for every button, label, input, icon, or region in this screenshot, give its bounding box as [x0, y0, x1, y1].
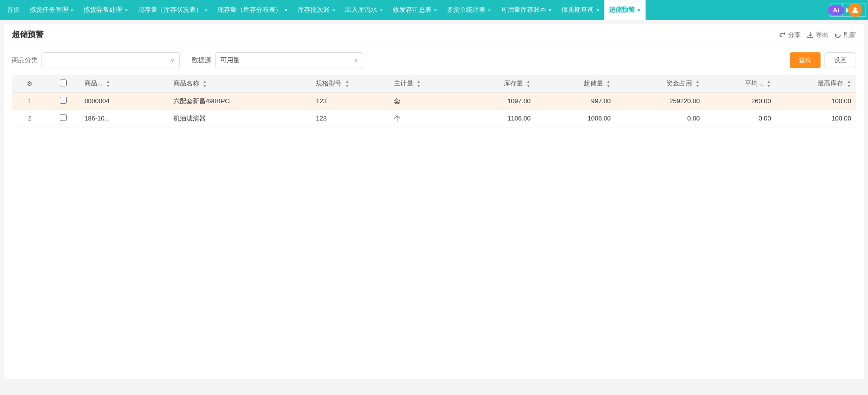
nav-label-9: 可用量库存账本 — [501, 5, 546, 14]
nav-item-3[interactable]: 现存量（库存状况表） × — [133, 0, 213, 20]
nav-close-7[interactable]: × — [434, 7, 437, 13]
nav-item-1[interactable]: 拣货任务管理 × — [25, 0, 79, 20]
refresh-label: 刷新 — [843, 31, 856, 40]
category-chevron-icon: ∨ — [171, 57, 174, 64]
refresh-button[interactable]: 刷新 — [834, 31, 856, 40]
category-label: 商品分类 — [12, 56, 38, 65]
nav-item-10[interactable]: 保质期查询 × — [557, 0, 604, 20]
export-button[interactable]: 导出 — [807, 31, 828, 40]
row-max-stock: 100.00 — [776, 110, 856, 127]
col-header-avg[interactable]: 平均... ▲▼ — [705, 75, 776, 92]
datasource-label: 数据源 — [192, 56, 211, 65]
nav-close-4[interactable]: × — [284, 7, 287, 13]
table-container: ⚙ 商品... ▲▼ 商品名称 ▲▼ 规格型号 ▲▼ — [4, 75, 864, 135]
nav-item-home-label: 首页 — [7, 5, 20, 14]
datasource-chevron-icon: ∨ — [354, 57, 358, 64]
nav-close-6[interactable]: × — [380, 7, 383, 13]
datasource-select-value: 可用量 — [220, 56, 240, 65]
query-button[interactable]: 查询 — [790, 52, 821, 68]
table-row: 1 0000004 六配套新昌490BPG 123 套 1097.00 997.… — [12, 92, 856, 110]
row-capital: 0.00 — [616, 110, 705, 127]
row-index: 2 — [12, 110, 47, 127]
nav-item-8[interactable]: 要货单统计表 × — [442, 0, 496, 20]
table-header-row: ⚙ 商品... ▲▼ 商品名称 ▲▼ 规格型号 ▲▼ — [12, 75, 856, 92]
nav-item-2[interactable]: 拣货异常处理 × — [79, 0, 132, 20]
page-container: 超储预警 分享 导出 刷新 商品分类 ∨ 数据源 — [4, 24, 864, 379]
datasource-filter-item: 数据源 可用量 ∨ — [192, 52, 363, 68]
nav-close-10[interactable]: × — [596, 7, 599, 13]
nav-item-6[interactable]: 出入库流水 × — [340, 0, 388, 20]
datasource-select[interactable]: 可用量 ∨ — [215, 52, 363, 68]
col-header-spec[interactable]: 规格型号 ▲▼ — [311, 75, 389, 92]
nav-item-11[interactable]: 超储预警 × — [604, 0, 645, 20]
col-header-check — [47, 75, 80, 92]
nav-close-8[interactable]: × — [488, 7, 491, 13]
nav-label-3: 现存量（库存状况表） — [138, 5, 202, 14]
sort-arrows-avg: ▲▼ — [767, 79, 771, 88]
nav-close-11[interactable]: × — [637, 7, 640, 13]
row-checkbox-cell — [47, 92, 80, 110]
nav-close-2[interactable]: × — [125, 7, 128, 13]
top-right-area: Ai — [822, 0, 868, 20]
nav-label-8: 要货单统计表 — [447, 5, 485, 14]
nav-item-9[interactable]: 可用量库存账本 × — [496, 0, 557, 20]
nav-label-10: 保质期查询 — [562, 5, 594, 14]
nav-label-2: 拣货异常处理 — [84, 5, 122, 14]
nav-close-1[interactable]: × — [71, 7, 74, 13]
col-header-capital[interactable]: 资金占用 ▲▼ — [616, 75, 705, 92]
sort-arrows-stock: ▲▼ — [526, 79, 530, 88]
row-unit: 套 — [389, 92, 455, 110]
row-avg: 0.00 — [705, 110, 776, 127]
nav-item-4[interactable]: 现存量（库存分布表） × — [213, 0, 292, 20]
header-actions: 分享 导出 刷新 — [779, 31, 856, 40]
nav-label-7: 收发存汇总表 — [393, 5, 432, 14]
row-avg: 260.00 — [705, 92, 776, 110]
row-over: 997.00 — [535, 92, 615, 110]
row-spec: 123 — [311, 110, 389, 127]
share-icon — [779, 32, 786, 39]
row-checkbox-cell — [47, 110, 80, 127]
share-button[interactable]: 分享 — [779, 31, 801, 40]
sort-arrows-code: ▲▼ — [106, 79, 110, 88]
col-header-code[interactable]: 商品... ▲▼ — [80, 75, 169, 92]
category-filter-item: 商品分类 ∨ — [12, 52, 180, 68]
nav-label-1: 拣货任务管理 — [30, 5, 68, 14]
nav-bar: 首页 拣货任务管理 × 拣货异常处理 × 现存量（库存状况表） × 现存量（库存… — [0, 0, 868, 20]
col-header-name[interactable]: 商品名称 ▲▼ — [169, 75, 311, 92]
row-code: 0000004 — [80, 92, 169, 110]
nav-label-6: 出入库流水 — [345, 5, 377, 14]
row-checkbox[interactable] — [60, 114, 67, 121]
row-spec: 123 — [311, 92, 389, 110]
category-select[interactable]: ∨ — [42, 52, 180, 68]
nav-item-5[interactable]: 库存批次账 × — [293, 0, 340, 20]
col-header-settings[interactable]: ⚙ — [12, 75, 47, 92]
nav-item-7[interactable]: 收发存汇总表 × — [388, 0, 442, 20]
sort-arrows-capital: ▲▼ — [695, 79, 700, 88]
share-label: 分享 — [788, 31, 801, 40]
row-name: 六配套新昌490BPG — [169, 92, 311, 110]
filter-area: 商品分类 ∨ 数据源 可用量 ∨ 查询 设置 — [4, 45, 864, 75]
col-header-over[interactable]: 超储量 ▲▼ — [535, 75, 615, 92]
nav-close-3[interactable]: × — [205, 7, 208, 13]
col-header-max-stock[interactable]: 最高库存 ▲▼ — [776, 75, 856, 92]
page-header: 超储预警 分享 导出 刷新 — [4, 24, 864, 45]
col-header-unit[interactable]: 主计量 ▲▼ — [389, 75, 455, 92]
nav-item-home[interactable]: 首页 — [2, 0, 25, 20]
row-stock: 1106.00 — [455, 110, 535, 127]
refresh-icon — [834, 32, 841, 39]
row-checkbox[interactable] — [60, 97, 67, 104]
row-stock: 1097.00 — [455, 92, 535, 110]
nav-close-9[interactable]: × — [549, 7, 552, 13]
sort-arrows-unit: ▲▼ — [417, 79, 421, 88]
col-header-stock[interactable]: 库存量 ▲▼ — [455, 75, 535, 92]
nav-label-11: 超储预警 — [609, 5, 635, 14]
select-all-checkbox[interactable] — [60, 79, 67, 86]
user-avatar[interactable] — [848, 3, 862, 17]
row-index: 1 — [12, 92, 47, 110]
row-capital: 259220.00 — [616, 92, 705, 110]
ai-button[interactable]: Ai — [828, 5, 844, 15]
nav-close-5[interactable]: × — [332, 7, 335, 13]
nav-label-4: 现存量（库存分布表） — [217, 5, 282, 14]
sort-arrows-spec: ▲▼ — [345, 79, 349, 88]
settings-button[interactable]: 设置 — [825, 52, 856, 68]
